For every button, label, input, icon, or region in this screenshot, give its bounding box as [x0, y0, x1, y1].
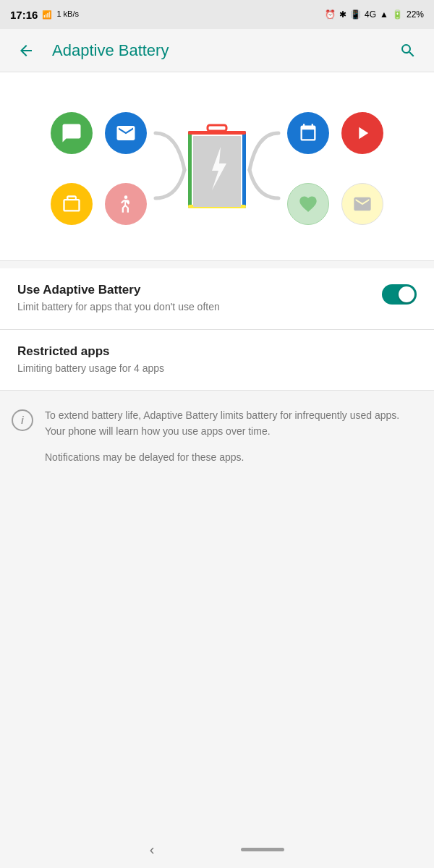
email-icon: [105, 112, 147, 154]
adaptive-battery-toggle[interactable]: [382, 284, 417, 305]
info-text: To extend battery life, Adaptive Battery…: [45, 408, 417, 465]
work-icon: [51, 183, 93, 225]
adaptive-battery-title: Use Adaptive Battery: [17, 283, 370, 297]
illustration-container: [36, 105, 398, 235]
restricted-apps-subtitle: Limiting battery usage for 4 apps: [17, 362, 417, 376]
svg-rect-6: [193, 136, 241, 207]
battery-percent: 22%: [407, 9, 424, 20]
page-title: Adaptive Battery: [52, 41, 382, 60]
calendar-icon: [287, 112, 329, 154]
svg-point-0: [124, 195, 128, 199]
back-button[interactable]: [12, 36, 41, 65]
bottom-nav: ‹: [0, 830, 434, 868]
nav-home-pill[interactable]: [241, 848, 284, 851]
battery-icon: 🔋: [392, 9, 403, 20]
video-icon: [341, 112, 383, 154]
adaptive-battery-setting[interactable]: Use Adaptive Battery Limit battery for a…: [0, 268, 434, 329]
svg-rect-1: [208, 125, 226, 131]
status-right: ⏰ ✱ 📳 4G ▲ 🔋 22%: [325, 9, 424, 20]
status-network-icon: 📶: [42, 10, 52, 20]
messages-icon: [51, 112, 93, 154]
fitness-icon: [105, 183, 147, 225]
settings-section: Use Adaptive Battery Limit battery for a…: [0, 268, 434, 390]
toggle-thumb: [399, 286, 414, 302]
status-left: 17:16 📶 1 kB/s: [10, 9, 79, 21]
alarm-icon: ⏰: [325, 9, 336, 20]
restricted-apps-title: Restricted apps: [17, 344, 417, 359]
status-time: 17:16: [10, 9, 38, 21]
battery-illustration: [184, 122, 250, 218]
network-4g-icon: 4G: [365, 9, 376, 20]
status-bar: 17:16 📶 1 kB/s ⏰ ✱ 📳 4G ▲ 🔋 22%: [0, 0, 434, 29]
nav-back-button[interactable]: ‹: [150, 841, 155, 858]
illustration-area: [0, 72, 434, 260]
restricted-apps-text: Restricted apps Limiting battery usage f…: [17, 344, 417, 376]
heart-icon: [287, 183, 329, 225]
info-section: i To extend battery life, Adaptive Batte…: [0, 391, 434, 482]
adaptive-battery-subtitle: Limit battery for apps that you don't us…: [17, 300, 370, 315]
app-bar: Adaptive Battery: [0, 29, 434, 72]
bluetooth-icon: ✱: [339, 9, 346, 20]
section-divider-1: [0, 260, 434, 261]
adaptive-battery-text: Use Adaptive Battery Limit battery for a…: [17, 283, 370, 315]
search-button[interactable]: [393, 36, 422, 65]
mail2-icon: [341, 183, 383, 225]
svg-rect-2: [188, 131, 192, 208]
signal-icon: ▲: [380, 9, 388, 20]
restricted-apps-setting[interactable]: Restricted apps Limiting battery usage f…: [0, 330, 434, 391]
info-paragraph-2: Notifications may be delayed for these a…: [45, 450, 417, 466]
info-paragraph-1: To extend battery life, Adaptive Battery…: [45, 408, 417, 439]
svg-rect-3: [242, 131, 246, 208]
status-speed: 1 kB/s: [56, 9, 79, 19]
svg-rect-4: [188, 131, 246, 135]
info-icon: i: [12, 409, 33, 431]
vibrate-icon: 📳: [350, 9, 361, 20]
